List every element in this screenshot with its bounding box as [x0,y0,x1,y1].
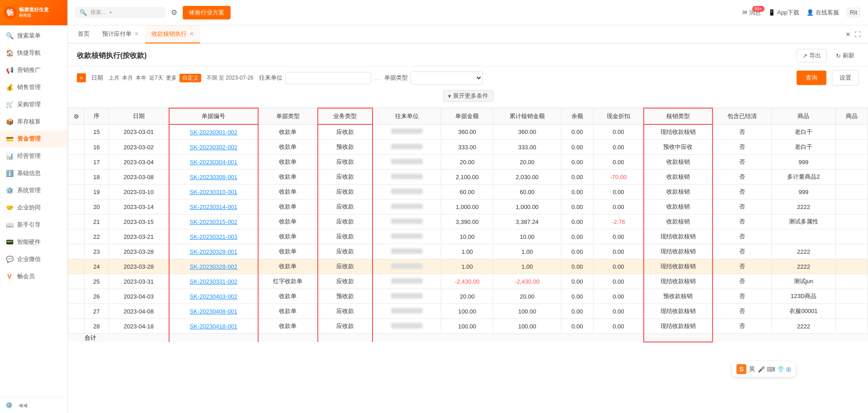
settings-icon[interactable]: ⚙️ [5,402,13,408]
sidebar-item-basic[interactable]: ℹ️ 基础信息 [0,165,67,182]
date-this-month[interactable]: 本月 [122,74,133,82]
date-this-year[interactable]: 本年 [136,74,146,82]
sidebar-item-marketing[interactable]: 📢 营销推广 [0,62,67,79]
cell-doc-no[interactable]: SK-20230302-002 [169,140,258,155]
doc-type-select[interactable] [410,71,483,85]
cell-include-cleared: 否 [712,199,772,214]
cell-doc-no[interactable]: SK-20230301-002 [169,124,258,140]
table-row[interactable]: 272023-04-08SK-20230408-001收款单应收款100.001… [68,304,868,319]
cell-doc-no[interactable]: SK-20230418-001 [169,319,258,334]
table-row[interactable]: 182023-03-08SK-20230308-001收款单应收款2,100.0… [68,170,868,185]
sidebar: 畅 畅康道好生意 标推版 🔍 搜索菜单 🏠 快捷导航 📢 营销推广 💰 销售管理… [0,0,68,413]
industry-btn[interactable]: 体验行业方案 [183,6,231,19]
filter-toggle-btn[interactable]: » [77,73,86,82]
sidebar-item-operations[interactable]: 📊 经营管理 [0,147,67,165]
cell-doc-no[interactable]: SK-20230314-001 [169,199,258,214]
cell-cum-amount: 100.00 [493,304,561,319]
sidebar-item-sales[interactable]: 💰 销售管理 [0,79,67,96]
table-row[interactable]: 172023-03-04SK-20230304-001收款单应收款20.0020… [68,155,868,170]
app-download-btn[interactable]: 📱 App下载 [768,9,799,17]
tab-home[interactable]: 首页 [71,25,96,43]
sidebar-item-system[interactable]: ⚙️ 系统管理 [0,182,67,199]
cell-discount: 0.00 [593,155,643,170]
sidebar-item-search[interactable]: 🔍 搜索菜单 [0,27,67,44]
export-icon: ↗ [802,52,807,59]
expand-tab-btn[interactable]: ⛶ [854,31,861,38]
online-service-btn[interactable]: 👤 在线客服 [807,9,839,17]
table-row[interactable]: 162023-03-02SK-20230302-002收款单预收款333.003… [68,140,868,155]
collection-tab-close[interactable]: ✕ [189,31,194,37]
table-row[interactable]: 262023-04-03SK-20230403-002收款单预收款20.0020… [68,289,868,304]
date-7days[interactable]: 近7天 [149,74,163,82]
sidebar-item-inventory[interactable]: 📦 库存核算 [0,113,67,130]
query-btn[interactable]: 查询 [797,71,826,85]
user-display[interactable]: Rit [846,7,861,18]
search-placeholder: 搜索... [90,9,106,16]
data-table-container: ⚙ 序 日期 单据编号 单据类型 业务类型 往来单位 单据金额 累计核销金额 余… [68,108,868,413]
sidebar-item-finance[interactable]: 💳 资金管理 [0,130,67,147]
cell-counterpart [373,199,441,214]
cell-doc-no[interactable]: SK-20230304-001 [169,155,258,170]
cell-cum-amount: 60.00 [493,185,561,199]
collapse-icon[interactable]: ◀◀ [18,402,27,408]
cell-balance: 0.00 [561,289,593,304]
table-row[interactable]: 192023-03-10SK-20230310-001收款单应收款60.0060… [68,185,868,199]
sidebar-item-purchase[interactable]: 🛒 采购管理 [0,96,67,113]
table-row[interactable]: 232023-03-28SK-20230328-001收款单应收款1.001.0… [68,244,868,259]
cell-no: 22 [85,229,109,244]
cell-doc-no[interactable]: SK-20230315-002 [169,214,258,229]
cell-doc-no[interactable]: SK-20230321-003 [169,229,258,244]
more-dots: ... [374,75,382,81]
prepay-tab-close[interactable]: ✕ [134,31,139,37]
tab-prepay[interactable]: 预计应付单 ✕ [96,25,145,43]
counterpart-input[interactable] [285,72,371,84]
cell-doc-no[interactable]: SK-20230403-002 [169,289,258,304]
cell-include-cleared: 否 [712,170,772,185]
cell-doc-no[interactable]: SK-20230310-001 [169,185,258,199]
sidebar-item-hardware[interactable]: 📟 智能硬件 [0,233,67,251]
cell-verify-type: 收款核销 [644,155,712,170]
table-row[interactable]: 152023-03-01SK-20230301-002收款单应收款360.003… [68,124,868,140]
sidebar-item-label: 采购管理 [17,100,41,109]
date-more[interactable]: 更多 [166,74,177,82]
prepay-tab-label: 预计应付单 [102,30,132,38]
date-last-month[interactable]: 上月 [108,74,119,82]
table-row[interactable]: 252023-03-31SK-20230331-002红字收款单应收款-2,43… [68,274,868,289]
table-row[interactable]: 282023-04-18SK-20230418-001收款单应收款100.001… [68,319,868,334]
cell-doc-no[interactable]: SK-20230408-001 [169,304,258,319]
cell-doc-no[interactable]: SK-20230308-001 [169,170,258,185]
sidebar-footer: ⚙️ ◀◀ [0,397,67,413]
cell-date: 2023-03-02 [108,140,169,155]
refresh-btn[interactable]: ↻ 刷新 [831,49,859,62]
search-bar[interactable]: 🔍 搜索... ▾ [75,7,165,18]
cell-gear [68,259,85,274]
export-btn[interactable]: ↗ 导出 [797,49,827,62]
expand-conditions-btn[interactable]: ▾ 展开更多条件 [443,90,493,102]
tab-collection[interactable]: 收款核销执行 ✕ [145,25,200,43]
cell-gear [68,229,85,244]
cell-doc-no[interactable]: SK-20230328-002 [169,259,258,274]
cell-counterpart [373,170,441,185]
sidebar-item-guide[interactable]: 📖 新手引导 [0,216,67,233]
sidebar-item-quicknav[interactable]: 🏠 快捷导航 [0,44,67,62]
sidebar-item-wechat[interactable]: 💬 企业微信 [0,251,67,268]
settings-btn[interactable]: 设置 [832,70,859,85]
cell-doc-no[interactable]: SK-20230331-002 [169,274,258,289]
table-row[interactable]: 222023-03-21SK-20230321-003收款单应收款10.0010… [68,229,868,244]
footer-cum [493,334,561,342]
table-row[interactable]: 202023-03-14SK-20230314-001收款单应收款1,000.0… [68,199,868,214]
cell-doc-no[interactable]: SK-20230328-001 [169,244,258,259]
gear-icon[interactable]: ⚙ [171,8,177,17]
table-row[interactable]: 242023-03-28SK-20230328-002收款单应收款1.001.0… [68,259,868,274]
sidebar-item-member[interactable]: V 畅会员 [0,268,67,285]
sidebar-item-label: 新手引导 [17,221,41,229]
inventory-icon: 📦 [5,118,14,125]
table-row[interactable]: 212023-03-15SK-20230315-002收款单应收款3,390.0… [68,214,868,229]
sidebar-item-collab[interactable]: 🤝 企业协同 [0,199,67,216]
message-btn[interactable]: ✉ 消息 99+ [742,9,761,17]
sidebar-item-label: 基础信息 [17,169,41,177]
filter-row: » 日期 上月 本月 本年 近7天 更多 自定义 不限 至 2023-07-26 [77,70,859,85]
cell-amount: 100.00 [441,304,493,319]
close-tab-btn[interactable]: ✕ [845,31,851,38]
date-custom-btn[interactable]: 自定义 [179,74,201,82]
